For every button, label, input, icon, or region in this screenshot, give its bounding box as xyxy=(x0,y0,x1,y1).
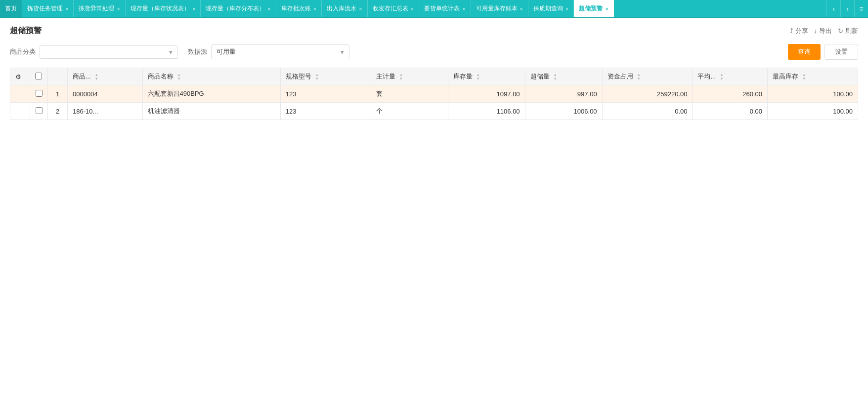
row-select-0[interactable] xyxy=(36,90,43,97)
close-stock-status[interactable]: × xyxy=(192,6,195,12)
datasource-filter: 数据源 可用量 ▾ xyxy=(188,44,349,59)
share-icon: ⤴ xyxy=(790,27,793,35)
category-label: 商品分类 xyxy=(10,47,36,56)
row-select-1[interactable] xyxy=(36,107,43,114)
row-unit-0: 套 xyxy=(371,85,448,103)
row-avg-1: 0.00 xyxy=(693,103,768,120)
nav-batch-account[interactable]: 库存批次账 × xyxy=(276,0,322,17)
col-over-stock[interactable]: 超储量 ▲▼ xyxy=(525,68,602,85)
col-goods-name[interactable]: 商品名称 ▲▼ xyxy=(142,68,280,85)
nav-inout-flow[interactable]: 出入库流水 × xyxy=(322,0,367,17)
datasource-label: 数据源 xyxy=(188,47,207,56)
data-table: ⚙ 商品... ▲▼ 商品名称 ▲▼ xyxy=(10,68,858,120)
filter-row: 商品分类 ▾ 数据源 可用量 ▾ 查询 设置 xyxy=(10,44,858,60)
sort-goods-name-icon: ▲▼ xyxy=(177,73,181,81)
col-index xyxy=(48,68,68,85)
nav-expiry-query[interactable]: 保质期查询 × xyxy=(528,0,574,17)
refresh-icon: ↻ xyxy=(838,27,843,35)
close-pick-exception[interactable]: × xyxy=(117,6,120,12)
sort-max-stock-icon: ▲▼ xyxy=(802,73,806,81)
col-goods-code[interactable]: 商品... ▲▼ xyxy=(68,68,143,85)
col-checkbox[interactable] xyxy=(30,68,48,85)
nav-home[interactable]: 首页 xyxy=(0,0,22,17)
category-filter: 商品分类 ▾ xyxy=(10,45,178,59)
close-inout-flow[interactable]: × xyxy=(359,6,362,12)
filter-actions: 查询 设置 xyxy=(788,44,858,60)
row-goods-name-1: 机油滤清器 xyxy=(142,103,280,120)
row-avg-0: 260.00 xyxy=(693,85,768,103)
row-capital-used-0: 259220.00 xyxy=(602,85,693,103)
table-row: 2 186-10... 机油滤清器 123 个 1106.00 1006.00 … xyxy=(10,103,858,120)
nav-stock-dist[interactable]: 现存量（库存分布表） × xyxy=(201,0,276,17)
col-stock[interactable]: 库存量 ▲▼ xyxy=(448,68,525,85)
row-capital-used-1: 0.00 xyxy=(602,103,693,120)
page-header: 超储预警 ⤴ 分享 ↓ 导出 ↻ 刷新 xyxy=(10,26,858,36)
sort-over-stock-icon: ▲▼ xyxy=(553,73,557,81)
nav-pick-exception[interactable]: 拣货异常处理 × xyxy=(74,0,125,17)
row-num-1: 2 xyxy=(48,103,68,120)
share-button[interactable]: ⤴ 分享 xyxy=(790,27,808,36)
category-select[interactable]: ▾ xyxy=(40,45,178,59)
row-gear-1 xyxy=(10,103,30,120)
close-batch-account[interactable]: × xyxy=(313,6,316,12)
row-over-stock-1: 1006.00 xyxy=(525,103,602,120)
row-num-0: 1 xyxy=(48,85,68,103)
nav-menu-btn[interactable]: ≡ xyxy=(854,0,868,18)
datasource-select-value: 可用量 xyxy=(217,47,236,56)
row-stock-0: 1097.00 xyxy=(448,85,525,103)
nav-overstock-warning[interactable]: 超储预警 × xyxy=(574,0,613,17)
row-checkbox-1[interactable] xyxy=(30,103,48,120)
category-dropdown-icon: ▾ xyxy=(169,48,173,56)
sort-unit-icon: ▲▼ xyxy=(399,73,403,81)
gear-icon: ⚙ xyxy=(15,73,21,80)
close-order-stats[interactable]: × xyxy=(462,6,465,12)
nav-pick-task[interactable]: 拣货任务管理 × xyxy=(22,0,74,17)
page-content: 超储预警 ⤴ 分享 ↓ 导出 ↻ 刷新 商品分类 ▾ 数据源 xyxy=(0,18,868,395)
nav-order-stats[interactable]: 要货单统计表 × xyxy=(419,0,471,17)
nav-avail-ledger[interactable]: 可用量库存账本 × xyxy=(471,0,528,17)
query-button[interactable]: 查询 xyxy=(788,44,821,60)
row-goods-code-0: 0000004 xyxy=(68,85,143,103)
close-expiry-query[interactable]: × xyxy=(565,6,568,12)
refresh-button[interactable]: ↻ 刷新 xyxy=(838,27,858,36)
datasource-dropdown-icon: ▾ xyxy=(341,48,344,56)
row-spec-0: 123 xyxy=(280,85,371,103)
row-goods-name-0: 六配套新昌490BPG xyxy=(142,85,280,103)
row-unit-1: 个 xyxy=(371,103,448,120)
row-checkbox-0[interactable] xyxy=(30,85,48,103)
row-stock-1: 1106.00 xyxy=(448,103,525,120)
sort-stock-icon: ▲▼ xyxy=(476,73,480,81)
sort-capital-used-icon: ▲▼ xyxy=(637,73,641,81)
table-header-row: ⚙ 商品... ▲▼ 商品名称 ▲▼ xyxy=(10,68,858,85)
sort-goods-code-icon: ▲▼ xyxy=(94,73,98,81)
nav-scroll-right[interactable]: › xyxy=(840,0,854,18)
col-avg[interactable]: 平均... ▲▼ xyxy=(693,68,768,85)
close-recv-summary[interactable]: × xyxy=(411,6,414,12)
datasource-select[interactable]: 可用量 ▾ xyxy=(211,44,349,59)
col-capital-used[interactable]: 资金占用 ▲▼ xyxy=(602,68,693,85)
row-max-stock-1: 100.00 xyxy=(768,103,858,120)
sort-spec-icon: ▲▼ xyxy=(315,73,319,81)
export-icon: ↓ xyxy=(814,27,818,35)
row-goods-code-1: 186-10... xyxy=(68,103,143,120)
select-all-checkbox[interactable] xyxy=(35,73,42,79)
col-spec[interactable]: 规格型号 ▲▼ xyxy=(280,68,371,85)
nav-recv-summary[interactable]: 收发存汇总表 × xyxy=(368,0,419,17)
row-gear-0 xyxy=(10,85,30,103)
col-gear[interactable]: ⚙ xyxy=(10,68,30,85)
settings-button[interactable]: 设置 xyxy=(825,44,858,60)
nav-scroll-left[interactable]: ‹ xyxy=(826,0,840,18)
close-overstock-warning[interactable]: × xyxy=(605,6,608,12)
close-stock-dist[interactable]: × xyxy=(267,6,270,12)
top-nav: 首页 拣货任务管理 × 拣货异常处理 × 现存量（库存状况表） × 现存量（库存… xyxy=(0,0,868,18)
table-row: 1 0000004 六配套新昌490BPG 123 套 1097.00 997.… xyxy=(10,85,858,103)
nav-stock-status[interactable]: 现存量（库存状况表） × xyxy=(126,0,201,17)
export-button[interactable]: ↓ 导出 xyxy=(814,27,832,36)
col-unit[interactable]: 主计量 ▲▼ xyxy=(371,68,448,85)
col-max-stock[interactable]: 最高库存 ▲▼ xyxy=(768,68,858,85)
header-actions: ⤴ 分享 ↓ 导出 ↻ 刷新 xyxy=(790,27,859,36)
sort-avg-icon: ▲▼ xyxy=(720,73,724,81)
row-over-stock-0: 997.00 xyxy=(525,85,602,103)
close-pick-task[interactable]: × xyxy=(65,6,68,12)
close-avail-ledger[interactable]: × xyxy=(520,6,523,12)
